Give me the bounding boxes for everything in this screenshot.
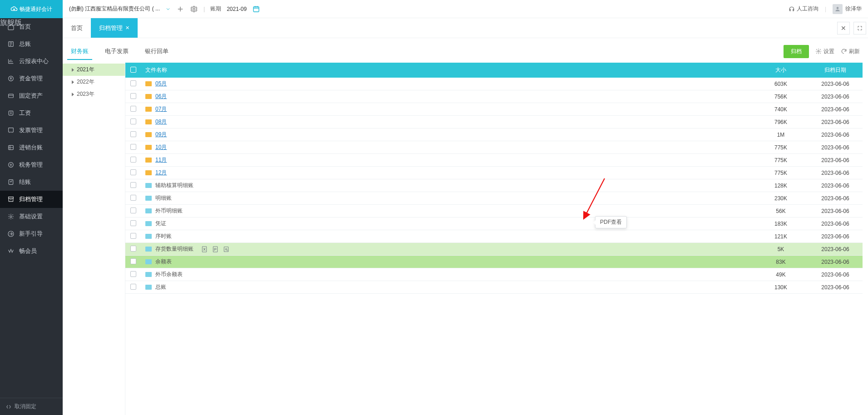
- file-link[interactable]: 11月: [155, 156, 167, 164]
- row-checkbox[interactable]: [130, 246, 136, 252]
- table-row[interactable]: 明细账230K2023-06-06: [125, 192, 863, 205]
- file-link[interactable]: 09月: [155, 131, 167, 138]
- row-checkbox[interactable]: [130, 233, 136, 239]
- file-link[interactable]: 05月: [155, 80, 167, 88]
- row-checkbox[interactable]: [130, 119, 136, 124]
- row-checkbox[interactable]: [130, 144, 136, 150]
- pdf-view-icon[interactable]: [223, 246, 230, 253]
- sidebar-item-8[interactable]: 税务管理: [0, 156, 63, 173]
- pdf-download-icon[interactable]: [212, 246, 219, 253]
- file-link[interactable]: 10月: [155, 143, 167, 151]
- row-checkbox[interactable]: [130, 169, 136, 175]
- row-checkbox[interactable]: [130, 131, 136, 137]
- svg-rect-8: [9, 197, 14, 198]
- table-row[interactable]: 辅助核算明细账128K2023-06-06: [125, 179, 863, 192]
- row-checkbox[interactable]: [130, 157, 136, 163]
- excel-download-icon[interactable]: [201, 246, 208, 253]
- file-link[interactable]: 07月: [155, 105, 167, 113]
- settings-button[interactable]: 设置: [815, 48, 834, 55]
- gear-icon[interactable]: [190, 5, 198, 13]
- sidebar-unpin-label: 取消固定: [15, 403, 36, 410]
- report-icon: [7, 58, 15, 65]
- row-checkbox[interactable]: [130, 80, 136, 86]
- sidebar-item-4[interactable]: 固定资产: [0, 87, 63, 104]
- table-row[interactable]: 11月775K2023-06-06: [125, 154, 863, 167]
- table-row[interactable]: 12月775K2023-06-06: [125, 167, 863, 179]
- user-menu[interactable]: 徐泽华: [833, 4, 862, 14]
- row-checkbox[interactable]: [130, 284, 136, 290]
- unpin-icon: [5, 404, 12, 410]
- sidebar-item-12[interactable]: 新手引导: [0, 225, 63, 242]
- year-tree: 2021年2022年2023年: [63, 63, 125, 415]
- table-row[interactable]: 06月756K2023-06-06: [125, 90, 863, 103]
- close-icon[interactable]: ✕: [125, 25, 129, 31]
- row-checkbox[interactable]: [130, 195, 136, 201]
- add-icon[interactable]: [176, 5, 184, 13]
- archive-button[interactable]: 归档: [784, 45, 809, 58]
- table-row[interactable]: 凭证183K2023-06-06: [125, 217, 863, 230]
- row-checkbox[interactable]: [130, 93, 136, 99]
- sidebar-unpin[interactable]: 取消固定: [0, 398, 63, 415]
- calendar-icon[interactable]: [252, 5, 260, 13]
- folder-icon: [145, 170, 152, 175]
- page-tab-0[interactable]: 首页: [63, 18, 91, 38]
- sidebar-item-1[interactable]: 总账: [0, 35, 63, 53]
- file-size: 183K: [754, 217, 808, 230]
- fullscreen-button[interactable]: [853, 22, 866, 35]
- table-row[interactable]: 08月796K2023-06-06: [125, 116, 863, 128]
- col-checkbox[interactable]: [125, 63, 141, 78]
- asset-icon: [7, 92, 15, 99]
- table-row[interactable]: 07月740K2023-06-06: [125, 103, 863, 116]
- col-date: 归档日期: [808, 63, 863, 78]
- invoice-icon: [7, 127, 15, 134]
- tree-item-2[interactable]: 2023年: [63, 88, 125, 100]
- period-value[interactable]: 2021-09: [227, 6, 247, 12]
- file-date: 2023-06-06: [808, 281, 863, 294]
- table-row[interactable]: 总账130K2023-06-06: [125, 281, 863, 294]
- sidebar-item-3[interactable]: 资金管理: [0, 70, 63, 87]
- sidebar-item-9[interactable]: 结账: [0, 173, 63, 191]
- sub-tab-0[interactable]: 财务账: [63, 43, 97, 60]
- sub-tab-1[interactable]: 电子发票: [97, 43, 137, 60]
- row-checkbox[interactable]: [130, 258, 136, 264]
- col-size: 大小: [754, 63, 808, 78]
- table-row[interactable]: 05月603K2023-06-06: [125, 78, 863, 90]
- file-link[interactable]: 06月: [155, 93, 167, 100]
- table-row[interactable]: 余额表83K2023-06-06: [125, 256, 863, 268]
- row-checkbox[interactable]: [130, 106, 136, 112]
- sub-tab-2[interactable]: 银行回单: [137, 43, 177, 60]
- sidebar-item-6[interactable]: 发票管理: [0, 122, 63, 139]
- page-tab-1[interactable]: 归档管理✕: [91, 18, 138, 38]
- company-selector[interactable]: (勿删) 江西服宝精品有限责任公司 ( ...: [69, 5, 160, 13]
- table-row[interactable]: 外币明细账56K2023-06-06: [125, 205, 863, 217]
- table-row[interactable]: 存货数量明细账5K2023-06-06: [125, 243, 863, 256]
- refresh-button[interactable]: 刷新: [841, 48, 860, 55]
- sidebar-item-5[interactable]: 工资: [0, 104, 63, 122]
- row-checkbox[interactable]: [130, 220, 136, 226]
- sidebar-item-7[interactable]: 进销台账: [0, 139, 63, 156]
- sidebar-item-10[interactable]: 归档管理: [0, 191, 63, 208]
- folder-icon: [145, 247, 152, 252]
- file-table: 文件名称 大小 归档日期 05月603K2023-06-0606月756K202…: [125, 63, 863, 294]
- row-checkbox[interactable]: [130, 208, 136, 213]
- file-date: 2023-06-06: [808, 167, 863, 179]
- sidebar-item-2[interactable]: 云报表中心: [0, 53, 63, 70]
- folder-icon: [145, 196, 152, 201]
- chevron-down-icon[interactable]: [165, 6, 171, 12]
- consult-button[interactable]: 人工咨询: [789, 5, 818, 13]
- tree-item-1[interactable]: 2022年: [63, 76, 125, 88]
- tree-item-0[interactable]: 2021年: [63, 64, 125, 76]
- sidebar-item-13[interactable]: 畅会员: [0, 242, 63, 260]
- close-tabs-button[interactable]: ✕: [837, 22, 850, 35]
- row-checkbox[interactable]: [130, 271, 136, 277]
- file-link[interactable]: 08月: [155, 118, 167, 126]
- sub-tabs: 财务账电子发票银行回单: [63, 43, 177, 60]
- sidebar-item-label: 发票管理: [19, 126, 43, 134]
- row-checkbox[interactable]: [130, 182, 136, 188]
- file-link[interactable]: 12月: [155, 169, 167, 177]
- table-row[interactable]: 外币余额表49K2023-06-06: [125, 268, 863, 281]
- sidebar-item-11[interactable]: 基础设置: [0, 208, 63, 225]
- table-row[interactable]: 09月1M2023-06-06: [125, 128, 863, 141]
- table-row[interactable]: 10月775K2023-06-06: [125, 141, 863, 154]
- table-row[interactable]: 序时账121K2023-06-06: [125, 230, 863, 243]
